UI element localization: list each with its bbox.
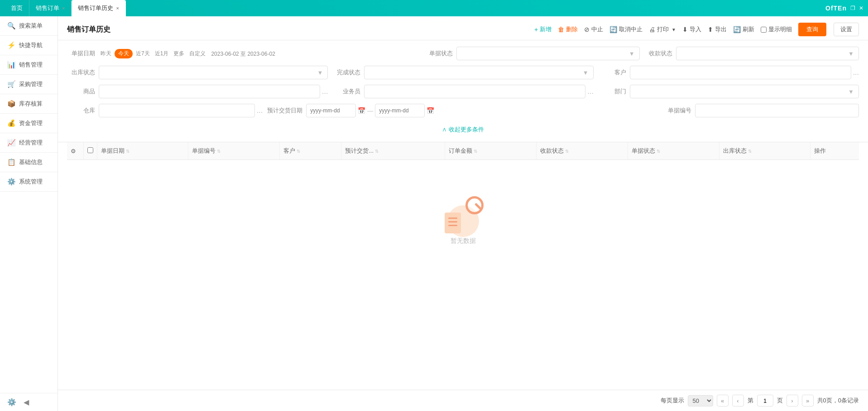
show-detail-input[interactable]	[761, 27, 767, 33]
sales-mgmt-icon: 📊	[7, 61, 15, 69]
date-ctrl: 昨天 今天 近7天 近1月 更多 自定义 2023-06-02 至 2023-0…	[99, 49, 425, 58]
print-button[interactable]: 🖨 打印 ▼	[649, 25, 676, 34]
th-customer[interactable]: 客户 ⇅	[280, 142, 341, 160]
goods-dots-icon[interactable]: ...	[322, 87, 328, 96]
customer-input[interactable]	[630, 66, 851, 79]
salesperson-input[interactable]	[364, 85, 585, 98]
stop-button[interactable]: ⊘ 中止	[584, 25, 603, 34]
salesperson-dots-icon[interactable]: ...	[587, 87, 593, 96]
brand-text: OfTEn	[825, 5, 847, 12]
bill-no-input[interactable]	[695, 104, 859, 117]
system-mgmt-icon: ⚙️	[7, 178, 15, 186]
delete-button[interactable]: 🗑 删除	[558, 25, 578, 34]
sidebar-item-search-menu[interactable]: 🔍 搜索菜单	[0, 16, 58, 36]
calendar-to-icon[interactable]: 📅	[427, 107, 434, 114]
th-expected-delivery[interactable]: 预计交货... ⇅	[341, 142, 445, 160]
first-page-button[interactable]: «	[717, 395, 729, 406]
select-all-checkbox[interactable]	[87, 147, 93, 153]
filter-row-1: 单据日期 昨天 今天 近7天 近1月 更多 自定义 2023-06-02 至 2…	[67, 47, 859, 60]
out-status-ctrl: ▼	[99, 66, 328, 79]
prev-page-button[interactable]: ‹	[732, 395, 744, 406]
next-page-button[interactable]: ›	[786, 395, 798, 406]
cancel-stop-button[interactable]: 🔄 取消中止	[609, 25, 643, 34]
refresh-button[interactable]: 🔄 刷新	[733, 25, 754, 34]
last-page-button[interactable]: »	[802, 395, 814, 406]
empty-area: 暂无数据	[67, 160, 859, 263]
new-button[interactable]: + 新增	[534, 25, 551, 34]
sort-out-status-icon: ⇅	[748, 149, 752, 154]
set-button[interactable]: 设置	[834, 23, 859, 36]
goods-input[interactable]	[99, 85, 320, 98]
close-tab-sales-order-history[interactable]: ×	[116, 5, 119, 11]
close-icon[interactable]: ✕	[859, 5, 863, 11]
calendar-from-icon[interactable]: 📅	[358, 107, 365, 114]
prev-page-icon: ‹	[737, 397, 739, 404]
date-btn-today[interactable]: 今天	[115, 49, 133, 58]
content-area: 销售订单历史 + 新增 🗑 删除 ⊘ 中止 🔄 取消中止	[58, 16, 868, 411]
page-label-suffix: 页	[777, 396, 783, 405]
sort-bill-date-icon: ⇅	[126, 149, 129, 154]
table-body: 暂无数据	[67, 160, 859, 264]
th-bill-date[interactable]: 单据日期 ⇅	[97, 142, 188, 160]
stop-icon: ⊘	[584, 26, 590, 33]
sidebar-item-basic-info[interactable]: 📋 基础信息	[0, 153, 58, 172]
collapse-sidebar-icon[interactable]: ◀	[24, 398, 29, 406]
page-size-label: 每页显示	[661, 396, 684, 405]
query-button[interactable]: 查询	[798, 23, 826, 36]
tab-sales-order[interactable]: 销售订单 ×	[29, 0, 72, 16]
bill-status-dropdown-icon: ▼	[629, 50, 635, 57]
th-bill-status[interactable]: 单据状态 ⇅	[628, 142, 719, 160]
customer-dots-icon[interactable]: ...	[853, 68, 859, 77]
show-detail-checkbox[interactable]: 显示明细	[761, 25, 792, 34]
close-tab-sales-order[interactable]: ×	[62, 5, 65, 11]
out-status-select[interactable]: ▼	[99, 66, 328, 79]
sidebar-item-operations[interactable]: 📈 经营管理	[0, 133, 58, 153]
department-ctrl: ▼	[630, 85, 859, 98]
settings-bottom-icon[interactable]: ⚙️	[7, 398, 16, 406]
date-btn-1month[interactable]: 近1月	[153, 49, 171, 58]
collapse-row[interactable]: ∧ 收起更多条件	[67, 123, 859, 135]
sidebar-item-quick-nav[interactable]: ⚡ 快捷导航	[0, 36, 58, 55]
department-select[interactable]: ▼	[630, 85, 859, 98]
date-btn-7days[interactable]: 近7天	[134, 49, 152, 58]
sidebar-item-label: 资金管理	[19, 119, 43, 127]
sidebar-item-system-mgmt[interactable]: ⚙️ 系统管理	[0, 172, 58, 192]
sidebar-item-finance[interactable]: 💰 资金管理	[0, 114, 58, 133]
expected-date-label: 预计交货日期	[267, 106, 306, 115]
pagination: 每页显示 50 20 100 « ‹ 第 页 › » 共0页，0条记录	[58, 390, 868, 411]
sort-bill-no-icon: ⇅	[217, 149, 221, 154]
th-settings[interactable]: ⚙	[67, 142, 83, 160]
date-btn-custom[interactable]: 自定义	[187, 49, 207, 58]
warehouse-input[interactable]	[99, 104, 255, 117]
import-button[interactable]: ⬇ 导入	[682, 25, 701, 34]
restore-icon[interactable]: ❐	[850, 5, 855, 11]
doc-line-1	[448, 218, 457, 219]
payment-status-select[interactable]: ▼	[676, 47, 859, 60]
date-btn-yesterday[interactable]: 昨天	[99, 49, 113, 58]
new-icon: +	[534, 26, 538, 33]
th-out-status[interactable]: 出库状态 ⇅	[719, 142, 810, 160]
salesperson-label: 业务员	[332, 87, 364, 96]
th-payment-status[interactable]: 收款状态 ⇅	[537, 142, 628, 160]
current-page-input[interactable]	[757, 395, 773, 406]
filter-row-3: 商品 ... 业务员 ... 部门	[67, 85, 859, 98]
export-button[interactable]: ⬆ 导出	[708, 25, 727, 34]
bill-status-label: 单据状态	[425, 49, 456, 58]
tab-sales-order-history[interactable]: 销售订单历史 ×	[72, 0, 125, 16]
sidebar-item-inventory[interactable]: 📦 库存核算	[0, 94, 58, 114]
warehouse-dots-icon[interactable]: ...	[257, 106, 263, 115]
delete-icon: 🗑	[558, 26, 564, 33]
th-check[interactable]	[83, 142, 97, 160]
bill-status-select[interactable]: ▼	[456, 47, 639, 60]
sidebar-item-purchase-mgmt[interactable]: 🛒 采购管理	[0, 75, 58, 94]
expected-date-to-input[interactable]	[375, 104, 425, 117]
sidebar-item-sales-mgmt[interactable]: 📊 销售管理	[0, 55, 58, 75]
date-btn-more[interactable]: 更多	[172, 49, 186, 58]
th-order-amount[interactable]: 订单金额 ⇅	[445, 142, 537, 160]
tab-home[interactable]: 首页	[5, 0, 29, 16]
expected-date-from-input[interactable]	[306, 104, 356, 117]
complete-status-select[interactable]: ▼	[364, 66, 593, 79]
collapse-label: ∧ 收起更多条件	[442, 126, 484, 133]
th-bill-no[interactable]: 单据编号 ⇅	[188, 142, 280, 160]
page-size-select[interactable]: 50 20 100	[688, 395, 713, 406]
